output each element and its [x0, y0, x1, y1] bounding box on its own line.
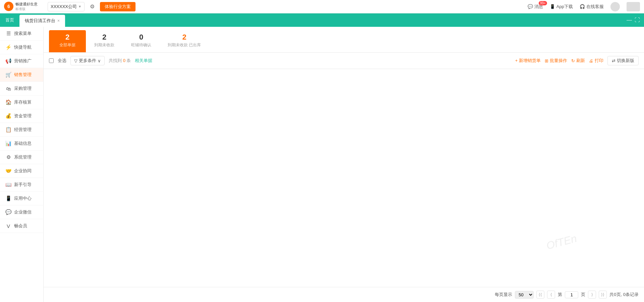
notification-button[interactable]: 💬 消息 99+: [528, 4, 543, 10]
stat-tab-overdue[interactable]: 2 到期未收款: [86, 30, 123, 52]
tab-qhrc[interactable]: 钱货日清工作台 ×: [19, 15, 65, 27]
page-first-button[interactable]: ⟨⟨: [536, 291, 544, 299]
notification-icon: 💬: [528, 4, 533, 9]
page-size-select[interactable]: 50 20 100: [515, 291, 534, 299]
stat-label-overdue: 到期未收款: [94, 42, 114, 48]
filter-icon: ▽: [74, 58, 77, 63]
refresh-icon: ↻: [571, 58, 575, 63]
batch-icon: ⊞: [545, 58, 548, 63]
select-all-checkbox[interactable]: [49, 58, 54, 63]
sidebar-item-search[interactable]: ☰ 搜索菜单: [0, 27, 43, 41]
experience-button[interactable]: 体验行业方案: [100, 2, 136, 11]
sidebar-item-finance-label: 资金管理: [14, 113, 32, 119]
sidebar-item-finance[interactable]: 💰 资金管理: [0, 109, 43, 123]
operations-icon: 📋: [5, 127, 11, 133]
stat-num-shipped: 2: [182, 33, 186, 42]
sidebar-item-appcenter[interactable]: 📱 应用中心: [0, 192, 43, 205]
sidebar-item-guide[interactable]: 📖 新手引导: [0, 178, 43, 192]
appcenter-icon: 📱: [5, 195, 11, 201]
sidebar-item-enterprise-label: 企业协同: [14, 168, 32, 174]
tab-home[interactable]: 首页: [0, 13, 19, 27]
marketing-icon: 📢: [5, 58, 11, 64]
stat-label-shipped: 到期未收款 已出库: [168, 42, 201, 48]
avatar[interactable]: [610, 2, 620, 11]
page-next-button[interactable]: ⟩: [588, 291, 596, 299]
purchase-icon: 🛍: [5, 86, 11, 92]
select-all-label: 全选: [58, 58, 66, 64]
sidebar-item-marketing[interactable]: 📢 营销推广: [0, 54, 43, 68]
found-text: 共找到 0 条: [109, 58, 131, 64]
stat-label-wangfu: 旺辅待确认: [131, 42, 151, 48]
sidebar-item-wechat-label: 企业微信: [14, 209, 32, 215]
stat-tab-wangfu[interactable]: 0 旺辅待确认: [123, 30, 160, 52]
sidebar-item-inventory[interactable]: 🏠 库存核算: [0, 96, 43, 109]
sidebar-item-operations-label: 经营管理: [14, 127, 32, 133]
top-bar: 6 畅捷通好生意 标准版 XXXXXX公司 ▼ ⚙ 体验行业方案 💬 消息 99…: [0, 0, 644, 13]
sidebar-item-quicknav[interactable]: ⚡ 快捷导航: [0, 41, 43, 54]
app-download-button[interactable]: 📱 App下载: [550, 4, 573, 10]
stat-tab-shipped[interactable]: 2 到期未收款 已出库: [160, 30, 209, 52]
page-input[interactable]: [565, 291, 578, 298]
total-info: 共0页, 0条记录: [609, 292, 639, 298]
print-button[interactable]: 🖨 打印: [589, 58, 603, 64]
filter-button[interactable]: ▽ 更多条件 ∨: [70, 56, 105, 65]
page-prev-button[interactable]: ⟨: [547, 291, 555, 299]
inventory-icon: 🏠: [5, 99, 11, 105]
filter-label: 更多条件: [79, 58, 96, 64]
switch-version-button[interactable]: ⇄ 切换新版: [607, 56, 639, 65]
app-download-icon: 📱: [550, 4, 555, 9]
sidebar-item-basicinfo[interactable]: 📊 基础信息: [0, 137, 43, 150]
sales-icon: 🛒: [5, 72, 11, 78]
logo-text: 畅捷通好生意: [15, 2, 38, 6]
add-sale-button[interactable]: + 新增销货单: [515, 58, 541, 64]
tab-bar-actions: — ⛶: [627, 13, 644, 27]
sidebar-item-operations[interactable]: 📋 经营管理: [0, 123, 43, 137]
refresh-button[interactable]: ↻ 刷新: [571, 58, 585, 64]
settings-button[interactable]: ⚙: [87, 2, 97, 12]
company-selector[interactable]: XXXXXX公司 ▼: [48, 2, 85, 11]
found-count: 0: [123, 58, 125, 63]
tab-home-label: 首页: [5, 17, 14, 23]
basicinfo-icon: 📊: [5, 140, 11, 146]
wechat-icon: 💬: [5, 209, 11, 215]
sidebar-item-sales[interactable]: 🛒 销售管理: [0, 68, 43, 82]
page-label: 第: [558, 292, 562, 298]
stat-num-all: 2: [65, 33, 69, 42]
sidebar-item-member[interactable]: V 畅会员: [0, 219, 43, 233]
finance-icon: 💰: [5, 113, 11, 119]
sidebar-item-system[interactable]: ⚙ 系统管理: [0, 150, 43, 164]
related-link[interactable]: 相关单据: [135, 58, 152, 64]
switch-icon: ⇄: [612, 58, 615, 63]
tab-qhrc-label: 钱货日清工作台: [25, 18, 55, 24]
tab-close-icon[interactable]: ×: [57, 18, 60, 23]
sidebar-item-enterprise[interactable]: 🤝 企业协同: [0, 164, 43, 178]
batch-button[interactable]: ⊞ 批量操作: [545, 58, 567, 64]
pagination: 每页显示 50 20 100 ⟨⟨ ⟨ 第 页 ⟩ ⟩⟩ 共0页, 0条记录: [44, 287, 644, 302]
sidebar-item-purchase-label: 采购管理: [14, 85, 32, 92]
sidebar-item-search-label: 搜索菜单: [14, 31, 32, 37]
online-service-button[interactable]: 🎧 在线客服: [580, 4, 604, 10]
sidebar-item-member-label: 畅会员: [14, 223, 27, 229]
stat-label-all: 全部单据: [59, 42, 75, 48]
top-right-area: 💬 消息 99+ 📱 App下载 🎧 在线客服: [528, 2, 640, 11]
main-layout: ☰ 搜索菜单 ⚡ 快捷导航 📢 营销推广 🛒 销售管理 🛍 采购管理 🏠 库存核…: [0, 27, 644, 302]
sidebar-item-system-label: 系统管理: [14, 154, 32, 160]
search-menu-icon: ☰: [5, 31, 11, 37]
stat-tab-all[interactable]: 2 全部单据: [49, 30, 86, 52]
system-icon: ⚙: [5, 154, 11, 160]
sidebar-item-sales-label: 销售管理: [14, 72, 32, 78]
logo-area: 6 畅捷通好生意 标准版: [4, 2, 48, 11]
sidebar-item-appcenter-label: 应用中心: [14, 195, 32, 201]
toolbar-right: + 新增销货单 ⊞ 批量操作 ↻ 刷新 🖨 打印 ⇄ 切换新版: [515, 56, 639, 65]
tab-maximize-icon[interactable]: ⛶: [635, 17, 640, 23]
enterprise-icon: 🤝: [5, 168, 11, 174]
page-last-button[interactable]: ⟩⟩: [599, 291, 607, 299]
sidebar-item-purchase[interactable]: 🛍 采购管理: [0, 82, 43, 96]
sidebar-item-wechat[interactable]: 💬 企业微信: [0, 205, 43, 219]
company-dropdown-icon: ▼: [78, 5, 82, 8]
sidebar-item-guide-label: 新手引导: [14, 182, 32, 188]
user-name-area: [627, 2, 640, 11]
tab-bar: 首页 钱货日清工作台 × — ⛶: [0, 13, 644, 27]
company-name: XXXXXX公司: [51, 4, 77, 10]
tab-minimize-icon[interactable]: —: [627, 17, 632, 23]
